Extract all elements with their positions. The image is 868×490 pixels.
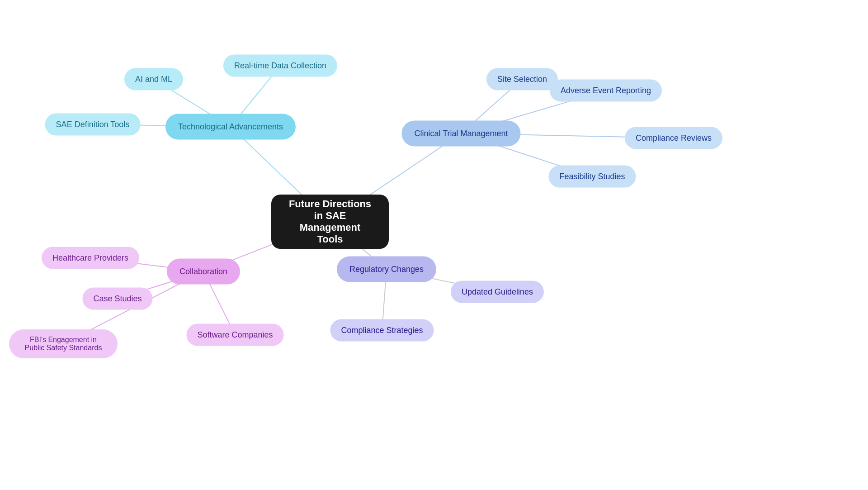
node-clinical-child[interactable]: Site Selection (486, 68, 558, 90)
node-tech[interactable]: Technological Advancements (165, 114, 296, 140)
node-clinical-child[interactable]: Compliance Reviews (625, 127, 722, 149)
node-clinical[interactable]: Clinical Trial Management (401, 121, 520, 147)
node-collab[interactable]: Collaboration (167, 259, 240, 285)
node-tech-child[interactable]: AI and ML (124, 68, 183, 90)
node-tech-child[interactable]: SAE Definition Tools (45, 114, 141, 136)
mindmap-container: Future Directions in SAE Management Tool… (0, 0, 868, 490)
node-collab-child[interactable]: FBI's Engagement in Public Safety Standa… (9, 329, 118, 358)
node-collab-child[interactable]: Case Studies (82, 288, 152, 310)
node-tech-child[interactable]: Real-time Data Collection (223, 55, 337, 77)
node-regulatory[interactable]: Regulatory Changes (337, 257, 436, 282)
node-center[interactable]: Future Directions in SAE Management Tool… (271, 195, 389, 249)
node-clinical-child[interactable]: Adverse Event Reporting (550, 80, 662, 102)
node-regulatory-child[interactable]: Compliance Strategies (330, 319, 434, 342)
node-regulatory-child[interactable]: Updated Guidelines (451, 281, 544, 303)
node-clinical-child[interactable]: Feasibility Studies (548, 166, 636, 188)
node-collab-child[interactable]: Healthcare Providers (42, 247, 139, 269)
node-collab-child[interactable]: Software Companies (186, 324, 283, 346)
